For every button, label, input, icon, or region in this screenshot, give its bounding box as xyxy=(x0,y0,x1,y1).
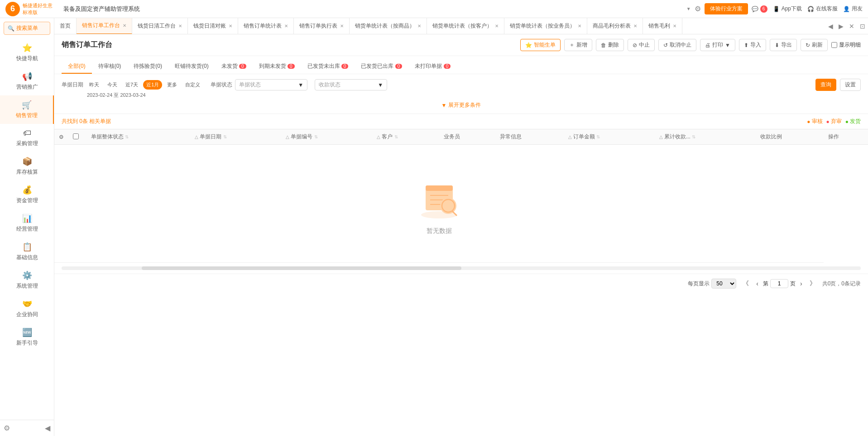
sub-tab-pending-inspect[interactable]: 待拣验货(0) xyxy=(127,60,168,74)
message-button[interactable]: 💬 6 xyxy=(752,5,767,13)
next-page-button[interactable]: › xyxy=(797,279,805,288)
stop-button[interactable]: ⊘ 中止 xyxy=(628,39,655,51)
tab-cash-reconcile[interactable]: 钱货日清对账 ✕ xyxy=(188,18,238,34)
sidebar-item-cooperation[interactable]: 🤝 企业协同 xyxy=(0,294,54,323)
last-page-button[interactable]: 》 xyxy=(807,279,819,289)
tab-close-sales-exec[interactable]: ✕ xyxy=(340,24,344,28)
prev-page-button[interactable]: ‹ xyxy=(753,279,761,288)
select-all-checkbox[interactable] xyxy=(73,133,79,139)
payment-status-select[interactable]: 收款状态 ▼ xyxy=(315,79,387,90)
collapse-icon[interactable]: ◀ xyxy=(45,424,50,432)
system-title-dropdown-icon[interactable]: ▼ xyxy=(686,6,691,11)
sidebar-item-inventory[interactable]: 📦 库存核算 xyxy=(0,152,54,180)
more-date-btn[interactable]: 更多 xyxy=(164,80,180,90)
online-service-button[interactable]: 🎧 在线客服 xyxy=(807,5,838,13)
app-download-button[interactable]: 📱 App下载 xyxy=(773,5,802,13)
sort-number-icon[interactable]: ⇅ xyxy=(314,134,318,139)
tab-close-sales-order[interactable]: ✕ xyxy=(123,23,126,28)
page-input[interactable] xyxy=(770,279,788,288)
tab-next-button[interactable]: ▶ xyxy=(836,23,846,30)
sub-tab-all[interactable]: 全部(0) xyxy=(62,60,92,74)
refresh-button[interactable]: ↻ 刷新 xyxy=(801,39,828,51)
import-button[interactable]: ⬆ 导入 xyxy=(739,39,766,51)
tab-close-profit[interactable]: ✕ xyxy=(633,24,637,28)
sub-tab-wangpu[interactable]: 旺铺待发货(0) xyxy=(168,60,215,74)
user-button[interactable]: 👤 用友 xyxy=(843,5,863,13)
cancel-stop-button[interactable]: ↺ 取消中止 xyxy=(658,39,696,51)
sidebar-item-finance[interactable]: 💰 资金管理 xyxy=(0,180,54,209)
tab-sales-exec[interactable]: 销售订单执行表 ✕ xyxy=(294,18,350,34)
scroll-thumb[interactable] xyxy=(142,266,461,270)
top-settings-icon[interactable]: ⚙ xyxy=(695,5,701,13)
tab-prev-button[interactable]: ◀ xyxy=(825,23,836,30)
smart-generate-button[interactable]: ⭐ 智能生单 xyxy=(520,39,561,51)
tab-close-cash-reconcile[interactable]: ✕ xyxy=(229,24,232,28)
tab-cash-daily-workbench[interactable]: 钱货日清工作台 ✕ xyxy=(132,18,188,34)
print-button[interactable]: 🖨 打印 ▼ xyxy=(700,39,735,51)
col-amount-header[interactable]: △ 订单金额 ⇅ xyxy=(564,129,655,145)
sidebar-item-marketing[interactable]: 📢 营销推广 xyxy=(0,67,54,95)
sub-tab-overdue-delivery[interactable]: 到期未发货 0 xyxy=(253,60,301,74)
sort-customer-icon[interactable]: ⇅ xyxy=(394,134,398,139)
tab-sales-customer-stats[interactable]: 销货单统计表（按客户） ✕ xyxy=(427,18,504,34)
tab-sales-profit[interactable]: 销售毛利 ✕ xyxy=(643,18,682,34)
today-btn[interactable]: 今天 xyxy=(104,80,120,90)
export-button[interactable]: ⬇ 导出 xyxy=(770,39,797,51)
tab-profit-analysis[interactable]: 商品毛利分析表 ✕ xyxy=(587,18,643,34)
col-collected-header[interactable]: △ 累计收款... ⇅ xyxy=(655,129,756,145)
tab-close-sales-profit[interactable]: ✕ xyxy=(673,24,676,28)
col-status-header[interactable]: 单据整体状态 ⇅ xyxy=(86,129,190,145)
status-select[interactable]: 单据状态 ▼ xyxy=(235,79,307,90)
settings-bottom-icon[interactable]: ⚙ xyxy=(4,424,10,432)
deliver-link[interactable]: ● 发货 xyxy=(845,118,861,125)
custom-date-btn[interactable]: 自定义 xyxy=(182,80,203,90)
tab-sales-stats[interactable]: 销售订单统计表 ✕ xyxy=(238,18,294,34)
tab-sales-goods-stats[interactable]: 销货单统计表（按商品） ✕ xyxy=(350,18,427,34)
tab-sales-order-workbench[interactable]: 销售订单工作台 ✕ xyxy=(77,18,132,34)
sub-tab-not-printed[interactable]: 未打印单据 0 xyxy=(408,60,457,74)
expand-filter-button[interactable]: ▼ 展开更多条件 xyxy=(441,101,481,109)
sort-amount-icon[interactable]: ⇅ xyxy=(596,134,600,139)
audit-link[interactable]: ● 审核 xyxy=(807,118,822,125)
query-button[interactable]: 查询 xyxy=(815,79,836,91)
cancel-audit-link[interactable]: ● 弃审 xyxy=(826,118,842,125)
sub-tab-pending-audit[interactable]: 待审核(0) xyxy=(92,60,128,74)
sort-date-icon[interactable]: ⇅ xyxy=(223,134,227,139)
sidebar-item-system[interactable]: ⚙️ 系统管理 xyxy=(0,266,54,294)
first-page-button[interactable]: 《 xyxy=(740,279,752,289)
sidebar-item-purchase[interactable]: 🏷 采购管理 xyxy=(0,124,54,152)
tab-sales-salesperson-stats[interactable]: 销货单统计表（按业务员） ✕ xyxy=(504,18,587,34)
tab-home[interactable]: 首页 xyxy=(54,18,77,34)
tab-close-sales-stats[interactable]: ✕ xyxy=(284,24,288,28)
show-detail-checkbox[interactable]: 显示明细 xyxy=(831,41,861,49)
tab-close-cash-daily[interactable]: ✕ xyxy=(178,24,182,28)
page-size-dropdown[interactable]: 50 100 200 xyxy=(711,279,736,289)
sort-status-icon[interactable]: ⇅ xyxy=(125,134,129,139)
col-number-header[interactable]: △ 单据编号 ⇅ xyxy=(281,129,372,145)
sub-tab-delivered-out[interactable]: 已发货已出库 0 xyxy=(355,60,408,74)
tab-close-customer-stats[interactable]: ✕ xyxy=(495,24,499,28)
filter-settings-button[interactable]: 设置 xyxy=(840,79,861,91)
experience-button[interactable]: 体验行业方案 xyxy=(705,3,748,14)
tab-maximize-button[interactable]: ⊡ xyxy=(857,23,868,30)
sidebar-item-operations[interactable]: 📊 经营管理 xyxy=(0,209,54,237)
last7days-btn[interactable]: 近7天 xyxy=(122,80,141,90)
sidebar-item-sales[interactable]: 🛒 销售管理 xyxy=(0,95,54,124)
search-menu-button[interactable]: 🔍 搜索菜单 xyxy=(4,22,50,35)
tab-close-salesperson-stats[interactable]: ✕ xyxy=(578,24,581,28)
col-date-header[interactable]: △ 单据日期 ⇅ xyxy=(190,129,281,145)
sub-tab-delivered-not-out[interactable]: 已发货未出库 0 xyxy=(301,60,355,74)
yesterday-btn[interactable]: 昨天 xyxy=(86,80,102,90)
tab-close-all-button[interactable]: ✕ xyxy=(846,23,857,30)
sort-collected-icon[interactable]: ⇅ xyxy=(692,134,695,139)
tab-close-goods-stats[interactable]: ✕ xyxy=(417,24,421,28)
show-detail-input[interactable] xyxy=(831,42,837,48)
col-checkbox-header[interactable] xyxy=(68,129,86,145)
add-button[interactable]: ＋ 新增 xyxy=(564,39,592,51)
sub-tab-not-delivered[interactable]: 未发货 0 xyxy=(215,60,253,74)
col-customer-header[interactable]: △ 客户 ⇅ xyxy=(372,129,439,145)
sidebar-item-basic[interactable]: 📋 基础信息 xyxy=(0,237,54,266)
last-month-btn[interactable]: 近1月 xyxy=(143,80,162,90)
sidebar-item-quick-nav[interactable]: ⭐ 快捷导航 xyxy=(0,38,54,67)
delete-button[interactable]: 🗑 删除 xyxy=(596,39,624,51)
